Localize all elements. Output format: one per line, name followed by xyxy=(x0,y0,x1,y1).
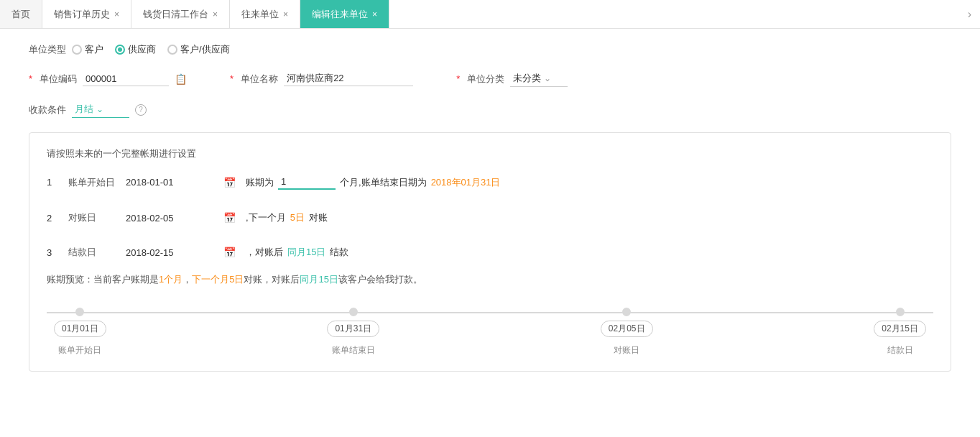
tab-edit-partner[interactable]: 编辑往来单位 × xyxy=(300,0,389,28)
suffix-before-1: 账期为 xyxy=(246,176,274,189)
payment-help-icon[interactable]: ? xyxy=(135,104,147,116)
tab-partner[interactable]: 往来单位 × xyxy=(230,0,300,28)
row-label-1: 账单开始日 xyxy=(68,176,126,189)
preview-part2: 下一个月5日 xyxy=(192,274,244,285)
tab-home[interactable]: 首页 xyxy=(0,0,42,28)
category-required: * xyxy=(456,73,460,84)
close-edit-tab-icon[interactable]: × xyxy=(372,9,377,19)
row-num-1: 1 xyxy=(47,177,68,188)
row-date-3: 2018-02-15 xyxy=(126,247,219,258)
close-partner-tab-icon[interactable]: × xyxy=(283,9,288,19)
timeline-dot-4 xyxy=(896,308,905,316)
timeline-label-3: 对账日 xyxy=(614,344,639,356)
payment-group: 收款条件 月结 ⌄ ? xyxy=(29,101,147,118)
radio-group: 客户 供应商 客户/供应商 xyxy=(72,43,230,56)
radio-supplier-label: 供应商 xyxy=(128,43,156,56)
setting-row-2: 2 对账日 2018-02-05 📅 ,下一个月5日 对账 xyxy=(47,211,933,224)
radio-customer[interactable]: 客户 xyxy=(72,43,103,56)
tab-scroll-right[interactable]: › xyxy=(959,0,980,28)
radio-supplier[interactable]: 供应商 xyxy=(115,43,156,56)
name-required: * xyxy=(230,73,234,84)
category-chevron-icon: ⌄ xyxy=(544,73,551,83)
row-num-3: 3 xyxy=(47,247,68,258)
row-content-1: 2018-01-01 📅 账期为 个月,账单结束日期为 2018年01月31日 xyxy=(126,175,933,190)
timeline-label-2: 账单结束日 xyxy=(332,344,375,356)
row-content-2: 2018-02-05 📅 ,下一个月5日 对账 xyxy=(126,211,933,224)
timeline-dot-3 xyxy=(622,308,631,316)
preview-suffix: 该客户会给我打款。 xyxy=(338,274,422,285)
preview-middle: 对账，对账后 xyxy=(244,274,300,285)
category-group: * 单位分类 未分类 ⌄ xyxy=(456,70,568,87)
timeline-date-4: 02月15日 xyxy=(874,321,926,337)
card-title: 请按照未来的一个完整帐期进行设置 xyxy=(47,147,933,160)
tab-edit-label: 编辑往来单位 xyxy=(312,8,368,21)
tab-sales-label: 销售订单历史 xyxy=(54,8,110,21)
preview-part3: 同月15日 xyxy=(300,274,338,285)
preview-text: 账期预览：当前客户账期是1个月，下一个月5日对账，对账后同月15日该客户会给我打… xyxy=(47,273,933,286)
timeline-point-4: 02月15日 结款日 xyxy=(874,303,926,356)
cal-icon-1[interactable]: 📅 xyxy=(223,177,236,188)
setting-row-3: 3 结款日 2018-02-15 📅 ，对账后 同月15日 结款 xyxy=(47,246,933,259)
row-date-1: 2018-01-01 xyxy=(126,177,219,188)
code-input[interactable] xyxy=(83,72,169,86)
payment-row: 收款条件 月结 ⌄ ? xyxy=(29,101,951,118)
tab-cash-work[interactable]: 钱货日清工作台 × xyxy=(131,0,230,28)
timeline-point-3: 02月05日 对账日 xyxy=(601,303,653,356)
timeline-points: 01月01日 账单开始日 01月31日 账单结束日 02月05日 对账日 xyxy=(54,303,926,356)
code-required: * xyxy=(29,73,32,84)
row3-after: 结款 xyxy=(330,246,348,259)
radio-customer-circle xyxy=(72,45,82,55)
code-label: 单位编码 xyxy=(40,73,77,86)
code-group: * 单位编码 📋 xyxy=(29,72,187,86)
timeline-date-1: 01月01日 xyxy=(54,321,106,337)
end-date-highlight: 2018年01月31日 xyxy=(431,176,501,189)
period-input[interactable] xyxy=(278,175,336,190)
row-num-2: 2 xyxy=(47,213,68,224)
basic-info-row: * 单位编码 📋 * 单位名称 * 单位分类 未分类 ⌄ xyxy=(29,70,951,87)
row2-highlight: 5日 xyxy=(290,211,305,224)
row-label-2: 对账日 xyxy=(68,211,126,224)
row-date-2: 2018-02-05 xyxy=(126,213,219,224)
preview-part1: 1个月 xyxy=(159,274,182,285)
timeline-label-4: 结款日 xyxy=(887,344,913,356)
tab-bar: 首页 销售订单历史 × 钱货日清工作台 × 往来单位 × 编辑往来单位 × › xyxy=(0,0,980,29)
radio-supplier-circle xyxy=(115,45,125,55)
preview-prefix: 账期预览：当前客户账期是 xyxy=(47,274,159,285)
row2-comma: ,下一个月 xyxy=(246,211,286,224)
name-label: 单位名称 xyxy=(241,73,278,86)
category-select[interactable]: 未分类 ⌄ xyxy=(510,70,568,87)
category-label: 单位分类 xyxy=(467,73,504,86)
tab-sales-history[interactable]: 销售订单历史 × xyxy=(42,0,131,28)
radio-customer-label: 客户 xyxy=(85,43,103,56)
unit-type-group: 单位类型 客户 供应商 客户/供应商 xyxy=(29,43,230,56)
radio-both-circle xyxy=(167,45,177,55)
timeline-label-1: 账单开始日 xyxy=(58,344,101,356)
main-content: 单位类型 客户 供应商 客户/供应商 * 单位编码 xyxy=(0,29,980,437)
cal-icon-2[interactable]: 📅 xyxy=(223,212,236,224)
close-cash-tab-icon[interactable]: × xyxy=(213,9,218,19)
tab-partner-label: 往来单位 xyxy=(241,8,279,21)
payment-label: 收款条件 xyxy=(29,104,66,116)
timeline-date-3: 02月05日 xyxy=(601,321,653,337)
timeline-point-2: 01月31日 账单结束日 xyxy=(327,303,379,356)
cal-icon-3[interactable]: 📅 xyxy=(223,247,236,258)
timeline-dot-1 xyxy=(75,308,84,316)
preview-section: 账期预览：当前客户账期是1个月，下一个月5日对账，对账后同月15日该客户会给我打… xyxy=(47,273,933,356)
timeline-point-1: 01月01日 账单开始日 xyxy=(54,303,106,356)
code-copy-icon[interactable]: 📋 xyxy=(175,73,187,85)
tab-cash-label: 钱货日清工作台 xyxy=(143,8,208,21)
category-value: 未分类 xyxy=(513,72,541,85)
unit-type-label: 单位类型 xyxy=(29,43,66,56)
radio-both[interactable]: 客户/供应商 xyxy=(167,43,230,56)
payment-chevron-icon: ⌄ xyxy=(96,104,103,114)
name-group: * 单位名称 xyxy=(230,72,413,86)
row3-highlight: 同月15日 xyxy=(287,246,325,259)
setting-row-1: 1 账单开始日 2018-01-01 📅 账期为 个月,账单结束日期为 2018… xyxy=(47,175,933,190)
name-input[interactable] xyxy=(284,72,413,86)
payment-value: 月结 xyxy=(75,103,93,116)
payment-select[interactable]: 月结 ⌄ xyxy=(72,101,129,118)
close-sales-tab-icon[interactable]: × xyxy=(114,9,119,19)
row-label-3: 结款日 xyxy=(68,246,126,259)
tab-home-label: 首页 xyxy=(11,8,30,21)
timeline-container: 01月01日 账单开始日 01月31日 账单结束日 02月05日 对账日 xyxy=(47,303,933,356)
